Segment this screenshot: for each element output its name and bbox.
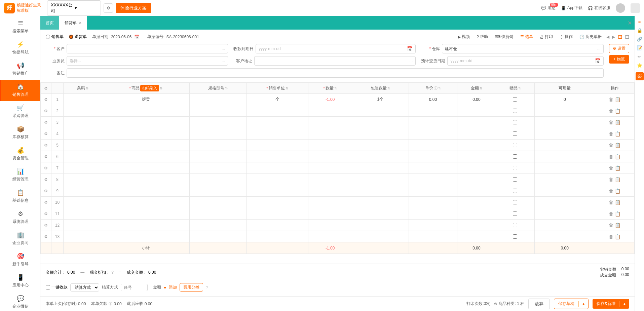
cell-package-qty[interactable]: 1个	[352, 94, 409, 105]
cell-package-qty[interactable]	[352, 197, 409, 208]
cell-unit-price[interactable]: 0.00	[409, 94, 457, 105]
expected-date-input[interactable]: yyyy-mm-dd 📅	[447, 56, 603, 66]
cell-spec[interactable]	[190, 105, 247, 117]
radio-return-order[interactable]: 退货单	[69, 34, 87, 40]
delete-icon[interactable]: 🗑	[609, 223, 613, 228]
cell-unit-price[interactable]	[409, 128, 457, 140]
copy-icon[interactable]: 📋	[615, 234, 620, 239]
one-click-payment[interactable]: 一键收款	[46, 284, 68, 290]
tab-home[interactable]: 首页	[40, 16, 59, 30]
salesperson-input[interactable]: 选择... ...	[67, 56, 228, 66]
cell-barcode[interactable]	[64, 128, 102, 140]
cell-barcode[interactable]	[64, 140, 102, 151]
cell-unit-price[interactable]	[409, 117, 457, 128]
copy-icon[interactable]: 📋	[615, 131, 620, 137]
row-gear-icon[interactable]: ⚙	[44, 97, 48, 102]
cell-goods[interactable]	[102, 185, 189, 197]
remarks-input[interactable]	[67, 68, 604, 78]
cell-quantity[interactable]	[308, 117, 352, 128]
print-button[interactable]: 🖨 打印	[538, 33, 555, 41]
copy-icon[interactable]: 📋	[615, 211, 620, 217]
cell-unit-price[interactable]	[409, 105, 457, 117]
avatar[interactable]	[616, 3, 625, 13]
customer-input[interactable]: ...	[67, 44, 228, 53]
save-new-arrow[interactable]: ▲	[620, 302, 629, 306]
cell-amount[interactable]	[457, 174, 496, 185]
cell-unit-price[interactable]	[409, 162, 457, 174]
row-gear-icon[interactable]: ⚙	[44, 189, 48, 193]
row-gear-icon[interactable]: ⚙	[44, 154, 48, 159]
cell-barcode[interactable]	[64, 117, 102, 128]
cell-spec[interactable]	[190, 231, 247, 242]
delete-icon[interactable]: 🗑	[609, 234, 613, 239]
delete-icon[interactable]: 🗑	[609, 108, 613, 114]
right-panel-note-icon[interactable]: 📝	[636, 44, 644, 52]
next-icon[interactable]: ▶	[612, 35, 615, 39]
tab-sales-order[interactable]: 销货单 ✕	[59, 16, 87, 30]
tab-close-icon[interactable]: ✕	[79, 21, 82, 25]
row-gear-icon[interactable]: ⚙	[44, 177, 48, 182]
sidebar-item-finance[interactable]: 💰 资金管理	[0, 143, 40, 164]
cell-goods[interactable]	[102, 231, 189, 242]
cell-unit-price[interactable]	[409, 231, 457, 242]
cell-quantity[interactable]	[308, 231, 352, 242]
trial-button[interactable]: 体验行业方案	[116, 3, 151, 13]
cell-barcode[interactable]	[64, 185, 102, 197]
cell-spec[interactable]	[190, 220, 247, 231]
cell-spec[interactable]	[190, 197, 247, 208]
cell-package-qty[interactable]	[352, 151, 409, 162]
cell-sales-unit[interactable]	[247, 117, 308, 128]
delete-icon[interactable]: 🗑	[609, 177, 613, 182]
cell-quantity[interactable]	[308, 174, 352, 185]
delete-icon[interactable]: 🗑	[609, 131, 613, 137]
cell-goods[interactable]	[102, 128, 189, 140]
cell-barcode[interactable]	[64, 162, 102, 174]
row-gear-icon[interactable]: ⚙	[44, 143, 48, 148]
delete-icon[interactable]: 🗑	[609, 97, 613, 102]
cell-spec[interactable]	[190, 185, 247, 197]
row-gear-icon[interactable]: ⚙	[44, 131, 48, 136]
cell-gift[interactable]	[496, 185, 534, 197]
cell-package-qty[interactable]	[352, 140, 409, 151]
cell-spec[interactable]	[190, 140, 247, 151]
cell-sales-unit[interactable]	[247, 231, 308, 242]
copy-icon[interactable]: 📋	[615, 154, 620, 159]
settings-button[interactable]: ⚙ 设置	[609, 44, 629, 53]
cell-sales-unit[interactable]	[247, 185, 308, 197]
cell-package-qty[interactable]	[352, 220, 409, 231]
payment-method-select[interactable]: 结算方式	[70, 283, 99, 291]
right-panel-grid-icon[interactable]: ≡	[636, 17, 644, 26]
cell-unit-price[interactable]	[409, 197, 457, 208]
cell-sales-unit[interactable]	[247, 220, 308, 231]
delete-icon[interactable]: 🗑	[609, 154, 613, 159]
cell-barcode[interactable]	[64, 208, 102, 220]
add-payment-button[interactable]: 添加	[169, 284, 177, 290]
copy-icon[interactable]: 📋	[615, 177, 620, 182]
cell-unit-price[interactable]	[409, 140, 457, 151]
due-date-input[interactable]: yyyy-mm-dd 📅	[256, 44, 416, 53]
settings-icon[interactable]: ⚙	[104, 3, 113, 13]
cell-barcode[interactable]	[64, 94, 102, 105]
cell-gift[interactable]	[496, 220, 534, 231]
cell-goods[interactable]	[102, 162, 189, 174]
cell-quantity[interactable]	[308, 151, 352, 162]
cell-gift[interactable]	[496, 105, 534, 117]
radio-sales-order[interactable]: 销售单	[46, 34, 64, 40]
cell-amount[interactable]	[457, 197, 496, 208]
sidebar-item-search-order[interactable]: ☰ 搜索菜单	[0, 16, 40, 37]
cell-spec[interactable]	[190, 174, 247, 185]
cell-gift[interactable]	[496, 94, 534, 105]
cell-gift[interactable]	[496, 151, 534, 162]
cell-quantity[interactable]	[308, 105, 352, 117]
cell-quantity[interactable]	[308, 208, 352, 220]
discount-help-icon[interactable]: ?	[111, 270, 114, 275]
online-service-button[interactable]: 🎧 在线客服	[588, 5, 610, 11]
cell-spec[interactable]	[190, 208, 247, 220]
history-button[interactable]: 🕐 历史单据	[577, 33, 604, 41]
row-gear-icon[interactable]: ⚙	[44, 109, 48, 113]
cell-sales-unit[interactable]	[247, 162, 308, 174]
copy-icon[interactable]: 📋	[615, 120, 620, 125]
cell-package-qty[interactable]	[352, 185, 409, 197]
sidebar-item-quick-nav[interactable]: ⚡ 快捷导航	[0, 37, 40, 59]
payment-help-icon[interactable]: ?	[206, 285, 208, 290]
